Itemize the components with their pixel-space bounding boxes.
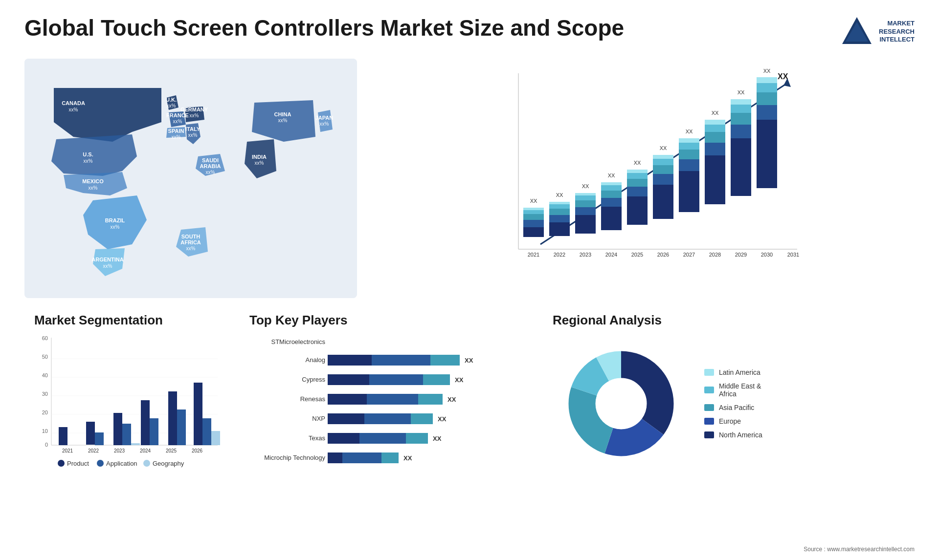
svg-text:2024: 2024 xyxy=(140,448,151,453)
svg-rect-105 xyxy=(757,92,777,105)
svg-text:xx%: xx% xyxy=(186,246,196,251)
svg-rect-72 xyxy=(627,170,648,173)
svg-text:XX: XX xyxy=(608,172,615,178)
segmentation-section: Market Segmentation 60 50 40 30 20 10 0 xyxy=(24,308,230,503)
svg-text:2021: 2021 xyxy=(528,252,539,258)
svg-rect-58 xyxy=(575,193,596,195)
svg-rect-89 xyxy=(705,155,725,204)
svg-text:xx%: xx% xyxy=(320,121,329,127)
asia-pacific-color xyxy=(704,404,714,411)
svg-text:NXP: NXP xyxy=(312,415,325,422)
svg-rect-152 xyxy=(328,355,372,366)
svg-rect-158 xyxy=(369,374,423,385)
svg-rect-169 xyxy=(411,413,433,424)
svg-rect-138 xyxy=(177,409,186,445)
source-text: Source : www.marketresearchintellect.com xyxy=(804,546,915,553)
svg-rect-48 xyxy=(549,215,570,222)
logo-icon xyxy=(840,15,874,49)
svg-text:xx%: xx% xyxy=(188,132,198,138)
svg-rect-62 xyxy=(601,198,622,207)
svg-text:2031: 2031 xyxy=(787,252,799,258)
svg-text:2025: 2025 xyxy=(631,252,643,258)
svg-text:STMicroelectronics: STMicroelectronics xyxy=(271,338,325,345)
svg-text:2030: 2030 xyxy=(761,252,773,258)
svg-text:Microchip Technology: Microchip Technology xyxy=(264,454,325,461)
players-section: Top Key Players STMicroelectronics Analo… xyxy=(240,308,533,503)
svg-text:XX: XX xyxy=(447,396,456,403)
svg-rect-125 xyxy=(59,427,67,445)
svg-rect-173 xyxy=(359,433,406,444)
svg-point-146 xyxy=(97,460,104,467)
svg-rect-86 xyxy=(679,138,699,143)
svg-text:xx%: xx% xyxy=(84,158,93,164)
svg-text:Analog: Analog xyxy=(306,356,325,364)
regional-section: Regional Analysis xyxy=(543,308,915,503)
svg-rect-57 xyxy=(575,195,596,200)
svg-point-186 xyxy=(596,378,647,429)
logo: MARKET RESEARCH INTELLECT xyxy=(840,15,915,49)
svg-rect-163 xyxy=(367,394,418,405)
svg-text:2023: 2023 xyxy=(114,448,125,453)
svg-text:XX: XX xyxy=(686,129,693,134)
svg-text:0: 0 xyxy=(45,442,48,448)
svg-rect-64 xyxy=(601,185,622,191)
svg-text:xx%: xx% xyxy=(278,118,288,123)
svg-text:2025: 2025 xyxy=(166,448,177,453)
svg-rect-100 xyxy=(731,99,751,105)
svg-text:U.K.: U.K. xyxy=(166,97,177,103)
svg-text:INDIA: INDIA xyxy=(252,154,267,160)
svg-rect-174 xyxy=(406,433,428,444)
segmentation-title: Market Segmentation xyxy=(34,313,220,328)
svg-rect-154 xyxy=(430,355,460,366)
svg-text:60: 60 xyxy=(42,335,48,341)
svg-text:SPAIN: SPAIN xyxy=(168,128,184,134)
svg-text:2023: 2023 xyxy=(580,252,591,258)
svg-rect-168 xyxy=(364,413,411,424)
svg-rect-177 xyxy=(328,452,342,463)
svg-text:XX: XX xyxy=(634,160,641,166)
svg-rect-42 xyxy=(523,214,544,220)
svg-rect-164 xyxy=(418,394,443,405)
svg-rect-79 xyxy=(653,155,673,159)
svg-rect-91 xyxy=(705,132,725,143)
bottom-content: Market Segmentation 60 50 40 30 20 10 0 xyxy=(24,308,915,503)
svg-rect-84 xyxy=(679,150,699,159)
world-map-section: CANADA xx% U.S. xx% MEXICO xx% BRAZIL xx… xyxy=(24,59,357,298)
svg-rect-92 xyxy=(705,125,725,132)
svg-text:xx%: xx% xyxy=(206,170,215,175)
svg-rect-55 xyxy=(575,207,596,215)
svg-text:XX: XX xyxy=(530,198,537,204)
svg-rect-97 xyxy=(731,125,751,138)
svg-text:xx%: xx% xyxy=(190,113,199,118)
svg-text:2029: 2029 xyxy=(735,252,747,258)
svg-text:Geography: Geography xyxy=(153,460,184,467)
svg-text:xx%: xx% xyxy=(69,107,78,112)
svg-rect-63 xyxy=(601,191,622,198)
svg-rect-131 xyxy=(122,424,131,445)
svg-rect-54 xyxy=(575,215,596,234)
svg-rect-134 xyxy=(141,400,150,445)
svg-text:50: 50 xyxy=(42,354,48,360)
svg-rect-157 xyxy=(328,374,369,385)
svg-point-148 xyxy=(143,460,150,467)
svg-rect-128 xyxy=(95,432,104,445)
regional-title: Regional Analysis xyxy=(553,313,905,328)
svg-rect-47 xyxy=(549,222,570,236)
svg-rect-107 xyxy=(757,77,777,83)
svg-rect-135 xyxy=(150,418,158,445)
svg-text:BRAZIL: BRAZIL xyxy=(105,217,125,223)
svg-text:10: 10 xyxy=(42,428,48,434)
svg-rect-77 xyxy=(653,165,673,174)
svg-text:XX: XX xyxy=(403,454,412,462)
svg-text:MEXICO: MEXICO xyxy=(82,178,104,184)
svg-text:20: 20 xyxy=(42,409,48,415)
svg-text:AFRICA: AFRICA xyxy=(180,239,201,245)
latin-america-label: Latin America xyxy=(719,368,760,376)
svg-text:SAUDI: SAUDI xyxy=(202,157,219,163)
svg-rect-75 xyxy=(653,185,673,219)
growth-chart: XX XX 2021 XX 2022 xyxy=(396,68,905,288)
svg-text:40: 40 xyxy=(42,372,48,378)
svg-text:SOUTH: SOUTH xyxy=(181,234,201,239)
svg-text:Cypress: Cypress xyxy=(302,376,325,383)
svg-rect-127 xyxy=(86,422,95,445)
